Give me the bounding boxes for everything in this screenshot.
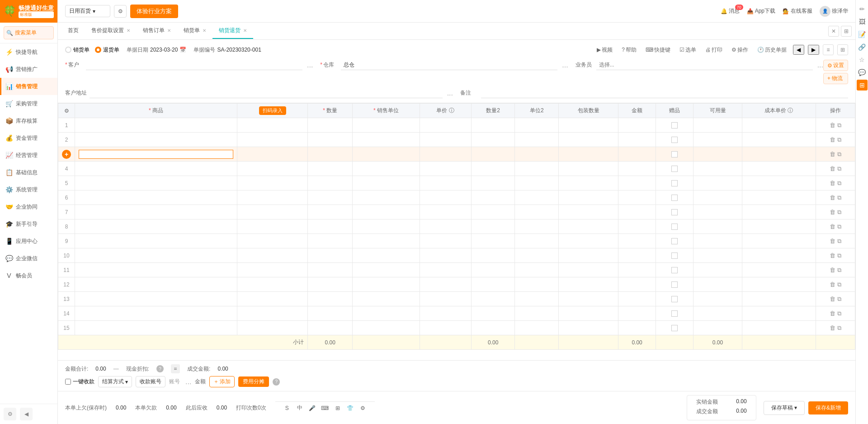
sale-unit-cell-7[interactable] xyxy=(353,205,420,219)
product-cell-3[interactable] xyxy=(75,147,237,162)
sale-unit-cell-15[interactable] xyxy=(353,321,420,335)
tab-sales-return[interactable]: 销货退货 ✕ xyxy=(212,23,253,39)
unit2-cell-10[interactable] xyxy=(515,248,559,263)
table2-icon[interactable]: ⊞ xyxy=(333,404,342,413)
gift-checkbox-4[interactable] xyxy=(671,166,678,172)
pack-qty-cell-4[interactable] xyxy=(559,162,618,176)
gift-cell-13[interactable] xyxy=(656,292,693,306)
sale-unit-cell-9[interactable] xyxy=(353,234,420,248)
calc-method-select[interactable]: 结算方式 ▾ xyxy=(98,376,132,387)
sale-unit-cell-6[interactable] xyxy=(353,191,420,205)
sale-unit-cell-8[interactable] xyxy=(353,219,420,234)
unit2-cell-6[interactable] xyxy=(515,191,559,205)
product-cell-7[interactable] xyxy=(75,205,237,219)
gift-checkbox-1[interactable] xyxy=(671,122,678,129)
price-cell-2[interactable] xyxy=(420,133,471,147)
cost-price-cell-13[interactable] xyxy=(742,292,816,306)
pack-qty-cell-10[interactable] xyxy=(559,248,618,263)
scan-input-button[interactable]: 扫码录入 xyxy=(259,106,286,115)
chinese-icon[interactable]: 中 xyxy=(295,404,304,413)
cost-price-cell-7[interactable] xyxy=(742,205,816,219)
price-cell-11[interactable] xyxy=(420,263,471,277)
collapse-sidebar-button[interactable]: ◀ xyxy=(20,408,33,420)
th-gear[interactable]: ⚙ xyxy=(58,104,75,118)
amount-cell-4[interactable] xyxy=(618,162,656,176)
qty2-cell-13[interactable] xyxy=(471,292,515,306)
available-cell-10[interactable] xyxy=(693,248,742,263)
warehouse-select-button[interactable]: ... xyxy=(562,61,568,69)
one-key-payment-checkbox[interactable]: 一键收款 xyxy=(65,378,94,386)
gift-cell-10[interactable] xyxy=(656,248,693,263)
gift-cell-3[interactable] xyxy=(656,147,693,162)
cost-price-cell-4[interactable] xyxy=(742,162,816,176)
online-service-button[interactable]: 💁 在线客服 xyxy=(783,7,812,15)
equals-button[interactable]: = xyxy=(171,364,180,373)
add-row-button[interactable]: + xyxy=(62,150,71,159)
gift-cell-12[interactable] xyxy=(656,277,693,292)
gift-cell-15[interactable] xyxy=(656,321,693,335)
delete-row-button-11[interactable]: 🗑 xyxy=(830,267,835,273)
gift-cell-6[interactable] xyxy=(656,191,693,205)
gift-cell-9[interactable] xyxy=(656,234,693,248)
tab-home[interactable]: 首页 xyxy=(61,23,85,39)
qty2-cell-15[interactable] xyxy=(471,321,515,335)
cost-price-cell-11[interactable] xyxy=(742,263,816,277)
one-key-payment-check[interactable] xyxy=(65,379,71,385)
price-cell-5[interactable] xyxy=(420,176,471,191)
gift-checkbox-9[interactable] xyxy=(671,238,678,244)
product-cell-13[interactable] xyxy=(75,292,237,306)
history-button[interactable]: 🕐 历史单据 xyxy=(755,45,789,55)
copy-row-button-11[interactable]: ⧉ xyxy=(837,267,841,274)
qty2-cell-12[interactable] xyxy=(471,277,515,292)
delete-row-button-2[interactable]: 🗑 xyxy=(830,136,835,143)
sidebar-item-vip[interactable]: V 畅会员 xyxy=(0,267,57,284)
copy-row-button-1[interactable]: ⧉ xyxy=(837,122,841,129)
pack-qty-cell-2[interactable] xyxy=(559,133,618,147)
unit2-cell-14[interactable] xyxy=(515,306,559,321)
right-image-icon[interactable]: 🖼 xyxy=(857,16,868,27)
price-cell-13[interactable] xyxy=(420,292,471,306)
copy-row-button-13[interactable]: ⧉ xyxy=(837,295,841,303)
right-table-icon[interactable]: ⊞ xyxy=(857,80,868,91)
pack-qty-cell-8[interactable] xyxy=(559,219,618,234)
qty-cell-11[interactable] xyxy=(308,263,353,277)
gift-checkbox-7[interactable] xyxy=(671,209,678,215)
pack-qty-cell-12[interactable] xyxy=(559,277,618,292)
settings2-icon[interactable]: ⚙ xyxy=(359,404,368,413)
pack-qty-cell-6[interactable] xyxy=(559,191,618,205)
price-cell-3[interactable] xyxy=(420,147,471,162)
address-select-button[interactable]: ... xyxy=(447,89,453,97)
unit2-cell-2[interactable] xyxy=(515,133,559,147)
delete-row-button-8[interactable]: 🗑 xyxy=(830,223,835,230)
right-link-icon[interactable]: 🔗 xyxy=(857,42,868,52)
qty-cell-10[interactable] xyxy=(308,248,353,263)
cost-price-cell-1[interactable] xyxy=(742,118,816,133)
gift-cell-4[interactable] xyxy=(656,162,693,176)
cost-price-cell-15[interactable] xyxy=(742,321,816,335)
available-cell-3[interactable] xyxy=(693,147,742,162)
available-cell-1[interactable] xyxy=(693,118,742,133)
product-cell-9[interactable] xyxy=(75,234,237,248)
amount-cell-8[interactable] xyxy=(618,219,656,234)
price-cell-10[interactable] xyxy=(420,248,471,263)
amount-cell-9[interactable] xyxy=(618,234,656,248)
sidebar-item-sales[interactable]: 📊 销售管理 xyxy=(0,78,57,95)
keyboard2-icon[interactable]: ⌨ xyxy=(321,404,330,413)
amount-cell-1[interactable] xyxy=(618,118,656,133)
tab-close-sales-return[interactable]: ✕ xyxy=(243,28,247,33)
delete-row-button-7[interactable]: 🗑 xyxy=(830,209,835,215)
copy-row-button-14[interactable]: ⧉ xyxy=(837,310,841,317)
tab-close-sales[interactable]: ✕ xyxy=(203,28,206,33)
right-star-icon[interactable]: ☆ xyxy=(857,54,868,65)
tabs-menu-button[interactable]: ⊞ xyxy=(841,26,852,37)
tab-close-sales-order[interactable]: ✕ xyxy=(167,28,171,33)
user-menu[interactable]: 👤 徐泽华 xyxy=(820,6,848,17)
gift-cell-11[interactable] xyxy=(656,263,693,277)
qty-cell-5[interactable] xyxy=(308,176,353,191)
right-note-icon[interactable]: 📝 xyxy=(857,29,868,40)
sale-unit-cell-13[interactable] xyxy=(353,292,420,306)
product-cell-12[interactable] xyxy=(75,277,237,292)
qty-cell-6[interactable] xyxy=(308,191,353,205)
pack-qty-cell-13[interactable] xyxy=(559,292,618,306)
gift-checkbox-14[interactable] xyxy=(671,310,678,317)
